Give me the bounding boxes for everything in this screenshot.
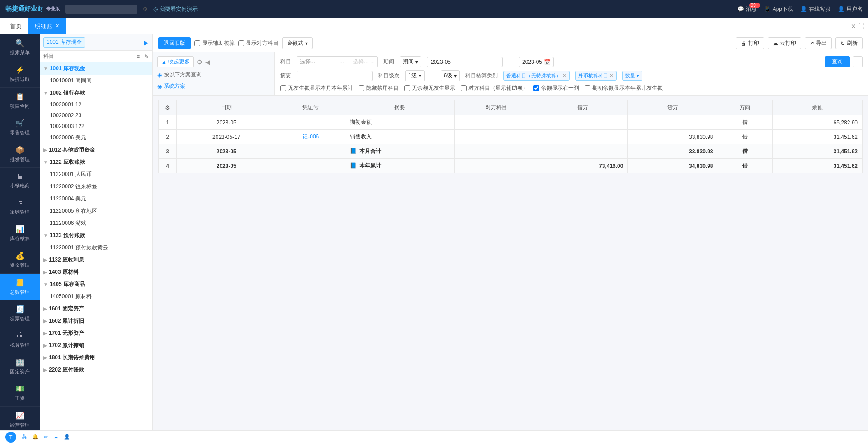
sidebar-item-project[interactable]: 📋 项目合同 bbox=[0, 88, 40, 114]
tab-home[interactable]: 首页 bbox=[4, 18, 28, 34]
settings-icon[interactable]: ⚙ bbox=[143, 6, 148, 12]
voucher-link-2[interactable]: 记-006 bbox=[302, 133, 319, 140]
tree-item-14050001[interactable]: 14050001 原材料 bbox=[40, 291, 152, 303]
tree-item-1701[interactable]: ▶ 1701 无形资产 bbox=[40, 327, 152, 339]
tab-close-btn[interactable]: ✕ bbox=[851, 23, 856, 30]
tree-item-1405[interactable]: ▼ 1405 库存商品 bbox=[40, 278, 152, 291]
checkbox-opening-balance-input[interactable] bbox=[585, 85, 590, 91]
tree-item-1702[interactable]: ▶ 1702 累计摊销 bbox=[40, 339, 152, 352]
sidebar-item-retail[interactable]: 🛒 零售管理 bbox=[0, 114, 40, 141]
tree-item-10020003[interactable]: 10020003 122 bbox=[40, 121, 152, 132]
tree-header-edit-icon[interactable]: ✎ bbox=[144, 53, 149, 60]
sidebar-item-payroll[interactable]: 💵 工资 bbox=[0, 380, 40, 407]
user-profile-icon[interactable]: 👤 bbox=[64, 434, 70, 440]
return-old-btn[interactable]: 退回旧版 bbox=[158, 37, 191, 49]
sidebar-item-ledger[interactable]: 📒 总账管理 bbox=[0, 274, 40, 300]
sidebar-item-search[interactable]: 🔍 搜索菜单 bbox=[0, 34, 40, 61]
tree-item-10020001[interactable]: 10020001 12 bbox=[40, 99, 152, 110]
tree-item-1403[interactable]: ▶ 1403 原材料 bbox=[40, 266, 152, 278]
period-type-select[interactable]: 期间 ▾ bbox=[400, 56, 421, 67]
refresh-btn[interactable]: ↻ 刷新 bbox=[835, 37, 863, 49]
tree-item-11220005[interactable]: 11220005 所在地区 bbox=[40, 205, 152, 217]
collapse-icon[interactable]: ◀ bbox=[205, 58, 210, 66]
query-btn[interactable]: 查询 bbox=[825, 56, 850, 67]
subject-input[interactable]: 选择... ··· — 选择... ··· bbox=[297, 56, 378, 67]
tree-item-11220001[interactable]: 11220001 人民币 bbox=[40, 168, 152, 181]
system-scheme[interactable]: ◉ 系统方案 bbox=[157, 82, 270, 90]
row-voucher-2[interactable]: 记-006 bbox=[276, 130, 345, 144]
tab-close-icon[interactable]: ✕ bbox=[55, 23, 59, 29]
level-start-select[interactable]: 1级 ▾ bbox=[405, 70, 425, 81]
tree-item-1012[interactable]: ▶ 1012 其他货币资金 bbox=[40, 144, 152, 156]
lang-btn[interactable]: 英 bbox=[22, 433, 27, 440]
tab-detail[interactable]: 明细账 ✕ bbox=[28, 18, 66, 34]
translate-btn[interactable]: T bbox=[5, 432, 16, 443]
sidebar-item-finance[interactable]: 💰 资金管理 bbox=[0, 247, 40, 274]
tab-expand-btn[interactable]: ⛶ bbox=[858, 23, 864, 30]
cloud-print-btn[interactable]: ☁ 云打印 bbox=[768, 37, 801, 49]
settings-icon[interactable]: ⚙ bbox=[197, 58, 203, 66]
expand-more-btn[interactable]: ▲ 收起更多 bbox=[157, 56, 194, 67]
tree-item-10010001[interactable]: 10010001 同同同 bbox=[40, 75, 152, 87]
top-search-input[interactable] bbox=[65, 5, 137, 14]
checkbox-no-amount-input[interactable] bbox=[280, 85, 286, 91]
sidebar-item-wholesale[interactable]: 📦 批发管理 bbox=[0, 141, 40, 168]
sidebar-item-inventory[interactable]: 📊 库存核算 bbox=[0, 220, 40, 247]
tree-item-11220004[interactable]: 11220004 美元 bbox=[40, 193, 152, 205]
account-panel: 1001 库存现金 ▶ 科目 ≡ ✎ ▼ 1001 库存现金 10010001 … bbox=[40, 34, 153, 443]
setting-btn[interactable] bbox=[853, 56, 863, 67]
tree-item-1002[interactable]: ▼ 1002 银行存款 bbox=[40, 87, 152, 99]
tree-item-11230001[interactable]: 11230001 预付款款黄云 bbox=[40, 242, 152, 254]
cloud-sync-icon[interactable]: ☁ bbox=[53, 434, 58, 440]
show-contra-checkbox[interactable] bbox=[238, 40, 244, 46]
invoice-icon: 🧾 bbox=[15, 305, 24, 314]
tree-header-list-icon[interactable]: ≡ bbox=[137, 53, 140, 60]
tree-item-1132[interactable]: ▶ 1132 应收利息 bbox=[40, 254, 152, 266]
start-date-input[interactable] bbox=[427, 57, 503, 67]
tree-item-1122[interactable]: ▼ 1122 应收账款 bbox=[40, 156, 152, 168]
format-btn[interactable]: 金额式 ▾ bbox=[282, 37, 313, 49]
notification-icon[interactable]: 🔔 bbox=[32, 434, 38, 440]
checkbox-hide-disabled-input[interactable] bbox=[359, 85, 364, 91]
tree-item-1123[interactable]: ▼ 1123 预付账款 bbox=[40, 229, 152, 242]
online-service-btn[interactable]: 👤 在线客服 bbox=[800, 5, 830, 13]
col-settings[interactable]: ⚙ bbox=[159, 100, 177, 115]
sidebar-item-invoice[interactable]: 🧾 发票管理 bbox=[0, 300, 40, 327]
tag-close-forex[interactable]: ✕ bbox=[609, 73, 613, 79]
messages-btn[interactable]: 💬 消息 99+ bbox=[737, 5, 757, 13]
level-end-select[interactable]: 6级 ▾ bbox=[441, 70, 460, 81]
sidebar-item-assets[interactable]: 🏢 固定资产 bbox=[0, 353, 40, 380]
tree-item-1001[interactable]: ▼ 1001 库存现金 bbox=[40, 62, 152, 75]
account-nav-btn[interactable]: ▶ bbox=[144, 39, 149, 46]
tree-item-2202[interactable]: ▶ 2202 应付账款 bbox=[40, 364, 152, 376]
summary-input[interactable] bbox=[297, 71, 373, 81]
sidebar-item-tax[interactable]: 🏛 税务管理 bbox=[0, 327, 40, 353]
show-aux-checkbox[interactable] bbox=[194, 40, 200, 46]
row-direction-1: 借 bbox=[718, 115, 772, 130]
export-btn[interactable]: ↗ 导出 bbox=[805, 37, 832, 49]
sidebar-item-ecommerce[interactable]: 🖥 小畅电商 bbox=[0, 168, 40, 194]
row-contra-2 bbox=[454, 130, 538, 144]
account-header-label[interactable]: 1001 库存现金 bbox=[43, 37, 85, 48]
tree-item-1801[interactable]: ▶ 1801 长期待摊费用 bbox=[40, 352, 152, 364]
tree-item-10020006[interactable]: 10020006 美元 bbox=[40, 132, 152, 144]
demo-link[interactable]: ◷ 我要看实例演示 bbox=[153, 5, 198, 13]
tag-close-normal[interactable]: ✕ bbox=[562, 73, 566, 79]
tree-item-10020002[interactable]: 10020002 23 bbox=[40, 110, 152, 121]
tree-item-1602[interactable]: ▶ 1602 累计折旧 bbox=[40, 315, 152, 327]
print-btn[interactable]: 🖨 打印 bbox=[736, 37, 764, 49]
tree-item-1601[interactable]: ▶ 1601 固定资产 bbox=[40, 303, 152, 315]
end-date-input[interactable]: 2023-05 📅 bbox=[519, 57, 554, 67]
tree-item-11220006[interactable]: 11220006 游戏 bbox=[40, 217, 152, 229]
user-avatar[interactable]: 👤 用户名 bbox=[838, 5, 863, 13]
checkbox-balance-one-col-input[interactable] bbox=[533, 85, 539, 91]
sidebar-item-operations[interactable]: 📈 经营管理 bbox=[0, 407, 40, 433]
checkbox-contra-input[interactable] bbox=[461, 85, 467, 91]
sidebar-item-quick-nav[interactable]: ⚡ 快捷导航 bbox=[0, 61, 40, 88]
app-download-btn[interactable]: 📱 App下载 bbox=[764, 5, 793, 13]
tree-item-11220002[interactable]: 11220002 往来标签 bbox=[40, 181, 152, 193]
toolbar-right: 🖨 打印 ☁ 云打印 ↗ 导出 ↻ 刷新 bbox=[736, 37, 863, 49]
checkbox-no-balance-input[interactable] bbox=[404, 85, 410, 91]
edit-icon[interactable]: ✏ bbox=[44, 434, 48, 440]
sidebar-item-purchase[interactable]: 🛍 采购管理 bbox=[0, 194, 40, 220]
